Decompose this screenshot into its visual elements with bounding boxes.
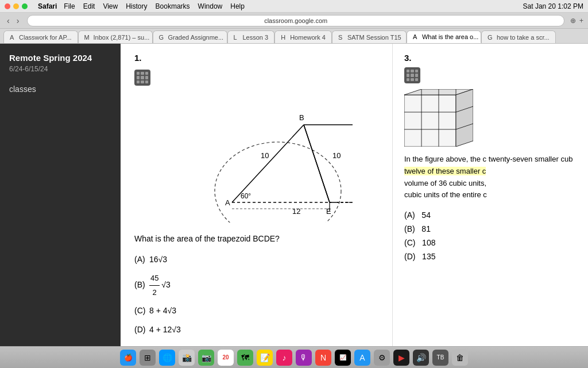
q3-choice-b[interactable]: (B) 81 [404, 224, 577, 233]
tab-favicon-inbox: M [84, 34, 91, 41]
calc-cell [407, 70, 409, 72]
app-name[interactable]: Safari [38, 2, 57, 10]
tab-lesson3[interactable]: L Lesson 3 [227, 30, 275, 43]
calc-cell [141, 72, 144, 75]
q3-choice-d[interactable]: (D) 135 [404, 252, 577, 261]
dock-soundboard[interactable]: 🔊 [413, 350, 429, 366]
left-panel: 1. [121, 44, 393, 346]
menubar-items: File Edit View History Bookmarks Window … [64, 2, 245, 10]
sidebar-title: Remote Spring 2024 [9, 53, 111, 63]
q3-choice-a-value: 54 [421, 210, 431, 220]
dock-launchpad[interactable]: ⊞ [140, 350, 156, 366]
choice-c-label: (C) [134, 304, 146, 318]
back-button[interactable]: ‹ [5, 15, 12, 26]
menu-edit[interactable]: Edit [83, 2, 95, 10]
q3-choice-a[interactable]: (A) 54 [404, 210, 577, 220]
sidebar-section[interactable]: classes [9, 85, 111, 94]
new-tab-icon[interactable]: + [579, 17, 583, 25]
choice-d[interactable]: (D) 4 + 12√3 [134, 323, 378, 337]
geometry-figure: 10 10 60° 12 A B C D E [134, 90, 378, 225]
toolbar: ‹ › classroom.google.com ⊕ + [0, 13, 588, 29]
choice-b-value: 45 2 √3 [149, 271, 171, 299]
svg-rect-11 [404, 95, 456, 147]
dock-quicktime[interactable]: ▶ [393, 350, 409, 366]
dock-news[interactable]: N [315, 350, 331, 366]
forward-button[interactable]: › [14, 15, 22, 26]
calc-cell [137, 76, 140, 79]
browser-tabs: A Classwork for AP... M Inbox (2,871) – … [0, 29, 588, 44]
choice-d-label: (D) [134, 323, 146, 337]
traffic-lights [5, 3, 28, 9]
tab-favicon-area: A [413, 33, 420, 40]
calc-cell [145, 76, 148, 79]
tab-area[interactable]: A What is the area o... [407, 30, 481, 43]
menu-file[interactable]: File [64, 2, 75, 10]
choice-d-value: 4 + 12√3 [149, 323, 181, 337]
trapezoid-diagram: 10 10 60° 12 A B C D E [134, 90, 353, 223]
close-button[interactable] [5, 3, 10, 9]
calculator-icon-q3 [404, 67, 577, 83]
q3-choice-b-value: 81 [421, 224, 431, 233]
tab-screenshot[interactable]: G how to take a scr... [481, 30, 556, 43]
choice-c-value: 8 + 4√3 [149, 304, 176, 318]
calc-cell [137, 72, 140, 75]
q3-choice-c[interactable]: (C) 108 [404, 238, 577, 247]
menu-window[interactable]: Window [198, 2, 223, 10]
tab-homework4[interactable]: H Homework 4 [274, 30, 332, 43]
dock-notes[interactable]: 📝 [257, 350, 273, 366]
choice-a[interactable]: (A) 16√3 [134, 252, 378, 267]
share-icon[interactable]: ⊕ [570, 17, 576, 25]
dock-appstore[interactable]: A [354, 350, 370, 366]
dock-touchbar[interactable]: TB [432, 350, 448, 366]
sidebar-date: 6/24-6/15/24 [9, 65, 111, 73]
dock-safari[interactable]: 🌐 [159, 350, 175, 366]
tab-satm[interactable]: S SATM Session T15 [332, 30, 407, 43]
side-label-bc: 10 [332, 151, 341, 160]
fullscreen-button[interactable] [22, 3, 28, 9]
point-e-label: E [326, 207, 331, 216]
dock: 🍎 ⊞ 🌐 📸 📷 20 🗺 📝 ♪ 🎙 N 📈 A ⚙ ▶ 🔊 TB 🗑 [0, 346, 588, 368]
dock-settings[interactable]: ⚙ [374, 350, 390, 366]
question3-choices: (A) 54 (B) 81 (C) 108 (D) 135 [404, 210, 577, 261]
menu-view[interactable]: View [103, 2, 118, 10]
tab-graded[interactable]: G Graded Assignme... [153, 30, 227, 43]
dock-podcasts[interactable]: 🎙 [296, 350, 312, 366]
menu-bookmarks[interactable]: Bookmarks [156, 2, 190, 10]
dock-trash[interactable]: 🗑 [452, 350, 468, 366]
question3-highlight: twelve of these smaller c [404, 167, 486, 175]
q3-choice-d-value: 135 [422, 252, 435, 261]
dock-stocks[interactable]: 📈 [335, 350, 351, 366]
tab-classwork[interactable]: A Classwork for AP... [3, 30, 78, 43]
choice-b[interactable]: (B) 45 2 √3 [134, 271, 378, 299]
minimize-button[interactable] [13, 3, 19, 9]
address-text: classroom.google.com [264, 17, 327, 24]
q3-choice-c-value: 108 [422, 238, 435, 247]
choice-a-value: 16√3 [149, 252, 167, 267]
choice-c[interactable]: (C) 8 + 4√3 [134, 304, 378, 318]
tab-inbox[interactable]: M Inbox (2,871) – su... [78, 30, 153, 43]
side-label-ab: 10 [261, 151, 269, 160]
svg-point-0 [215, 142, 341, 223]
dock-finder[interactable]: 🍎 [120, 350, 136, 366]
dock-calendar[interactable]: 20 [218, 350, 234, 366]
q3-choice-a-label: (A) [404, 210, 415, 220]
right-panel: 3. [393, 44, 588, 346]
point-a-label: A [225, 198, 230, 207]
tab-favicon-screenshot: G [488, 34, 494, 41]
menubar: Safari File Edit View History Bookmarks … [0, 0, 588, 13]
calc-cell [411, 70, 413, 72]
menu-help[interactable]: Help [230, 2, 245, 10]
menu-history[interactable]: History [126, 2, 147, 10]
dock-music[interactable]: ♪ [276, 350, 292, 366]
dock-facetime[interactable]: 📷 [198, 350, 214, 366]
question1-choices: (A) 16√3 (B) 45 2 √3 (C) 8 + 4 [134, 252, 378, 337]
calc-cell [141, 80, 144, 83]
base-label: 12 [292, 207, 300, 216]
calc-cell [145, 80, 148, 83]
address-bar[interactable]: classroom.google.com [27, 15, 564, 26]
dock-photos[interactable]: 📸 [179, 350, 195, 366]
main-layout: Remote Spring 2024 6/24-6/15/24 classes … [0, 44, 588, 346]
calculator-icon-q1 [134, 70, 150, 86]
dock-maps[interactable]: 🗺 [237, 350, 253, 366]
q3-choice-c-label: (C) [404, 238, 415, 247]
